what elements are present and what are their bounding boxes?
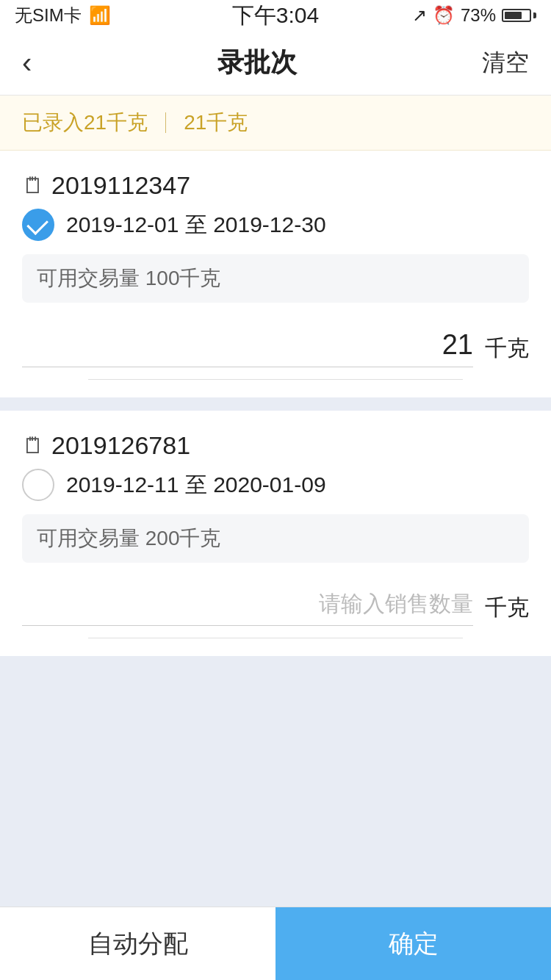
batch-1-number: 2019112347	[51, 171, 190, 200]
batch-card-2: 🗒 2019126781 2019-12-11 至 2020-01-09 可用交…	[0, 411, 551, 656]
page-title: 录批次	[217, 45, 297, 81]
nav-bar: ‹ 录批次 清空	[0, 31, 551, 96]
batch-2-quantity-row: 可用交易量 200千克	[22, 514, 529, 563]
confirm-button[interactable]: 确定	[276, 907, 551, 980]
batch-2-header: 🗒 2019126781	[0, 411, 551, 469]
batch-2-number: 2019126781	[51, 431, 190, 460]
batch-2-quantity-text: 可用交易量 200千克	[37, 527, 221, 550]
batch-2-input-row: 请输入销售数量 千克	[0, 577, 551, 626]
batch-1-amount-value[interactable]: 21	[442, 329, 473, 361]
batch-1-unit: 千克	[485, 334, 529, 364]
recorded-label: 已录入21千克	[22, 109, 148, 137]
battery-percent: 73%	[461, 5, 496, 26]
batch-1-quantity-text: 可用交易量 100千克	[37, 267, 221, 289]
bottom-bar: 自动分配 确定	[0, 907, 551, 980]
info-banner: 已录入21千克 21千克	[0, 96, 551, 151]
batch-2-radio[interactable]	[22, 469, 54, 501]
alarm-icon: ⏰	[433, 5, 455, 26]
wifi-icon: 📶	[89, 5, 111, 26]
location-icon: ↗	[412, 5, 427, 26]
batch-2-doc-icon: 🗒	[22, 433, 44, 458]
status-bar: 无SIM卡 📶 下午3:04 ↗ ⏰ 73%	[0, 0, 551, 31]
batch-1-bottom-space	[0, 380, 551, 397]
clear-button[interactable]: 清空	[482, 47, 529, 79]
status-time: 下午3:04	[232, 1, 319, 31]
batch-1-doc-icon: 🗒	[22, 173, 44, 198]
batch-1-date: 2019-12-01 至 2019-12-30	[66, 210, 326, 240]
back-button[interactable]: ‹	[22, 46, 32, 79]
banner-divider	[165, 112, 166, 133]
batch-2-unit: 千克	[485, 593, 529, 623]
batch-2-placeholder[interactable]: 请输入销售数量	[319, 589, 473, 619]
status-left: 无SIM卡 📶	[15, 4, 111, 27]
carrier-text: 无SIM卡	[15, 4, 82, 27]
batch-1-amount-row: 21 千克	[0, 317, 551, 367]
gray-section-top	[0, 656, 551, 671]
batch-1-radio[interactable]	[22, 209, 54, 241]
batch-2-date-row[interactable]: 2019-12-11 至 2020-01-09	[0, 469, 551, 514]
batch-2-date: 2019-12-11 至 2020-01-09	[66, 470, 326, 500]
gray-area	[0, 671, 551, 935]
status-right: ↗ ⏰ 73%	[412, 5, 536, 26]
total-label: 21千克	[184, 109, 248, 137]
batch-1-input-wrapper: 21	[22, 329, 473, 367]
batch-1-quantity-row: 可用交易量 100千克	[22, 254, 529, 303]
battery-icon	[502, 9, 536, 22]
batch-2-input-wrapper: 请输入销售数量	[22, 589, 473, 626]
batch-2-bottom-space	[0, 638, 551, 656]
auto-distribute-button[interactable]: 自动分配	[0, 907, 276, 980]
batch-1-header: 🗒 2019112347	[0, 151, 551, 209]
section-divider	[0, 397, 551, 411]
batch-card-1: 🗒 2019112347 2019-12-01 至 2019-12-30 可用交…	[0, 151, 551, 397]
batch-1-date-row[interactable]: 2019-12-01 至 2019-12-30	[0, 209, 551, 254]
